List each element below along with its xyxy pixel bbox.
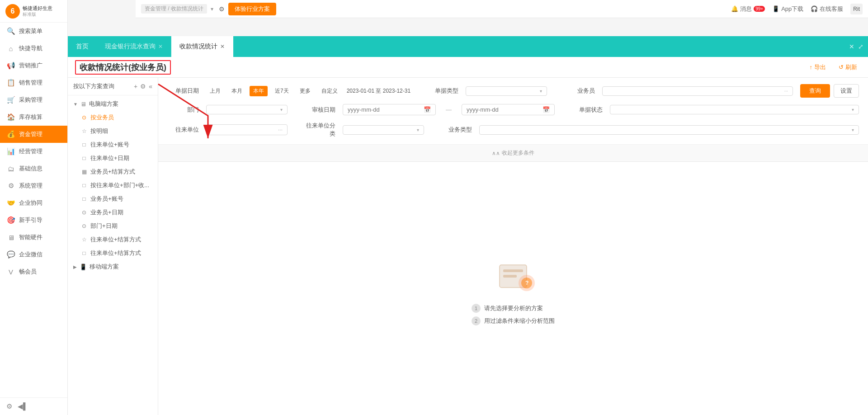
sidebar-item-wechat[interactable]: 💬 企业微信 xyxy=(0,246,67,263)
sidebar-item-operations[interactable]: 📊 经营管理 xyxy=(0,143,67,160)
date-tab-this-year[interactable]: 本年 xyxy=(250,86,268,96)
scheme-item-unit-settle2[interactable]: □ 往来单位+结算方式 xyxy=(68,246,158,260)
salesperson-select[interactable]: ··· xyxy=(602,86,793,96)
collapse-up-icon: ∧∧ xyxy=(492,150,500,156)
salesperson-settle-icon: ▦ xyxy=(80,169,88,175)
app-download-button[interactable]: 📱 App下载 xyxy=(772,5,803,13)
scheme-list: ▼ 🖥 电脑端方案 ⊙ 按业务员 ☆ 按明细 xyxy=(68,95,158,415)
app-logo: 6 畅捷通好生意 标准版 xyxy=(0,0,67,23)
marketing-icon: 📢 xyxy=(6,61,15,70)
sp-account-icon: □ xyxy=(80,196,88,202)
tab-collection-stats-close[interactable]: ✕ xyxy=(220,43,225,50)
trial-button[interactable]: 体验行业方案 xyxy=(228,3,276,15)
hardware-icon: 🖥 xyxy=(6,234,15,241)
filter-row-3: 往来单位 ··· 往来单位分类 ▾ 业务类型 xyxy=(167,122,859,138)
scheme-group-mobile: ▶ 📱 移动端方案 xyxy=(68,260,158,274)
header-gear-icon[interactable]: ⚙ xyxy=(219,5,225,13)
scheme-collapse-button[interactable]: « xyxy=(149,83,152,90)
scheme-item-unit-dept-collect[interactable]: □ 按往来单位+部门+收... xyxy=(68,179,158,192)
sidebar-item-purchase[interactable]: 🛒 采购管理 xyxy=(0,91,67,108)
sidebar-item-system[interactable]: ⚙ 系统管理 xyxy=(0,177,67,194)
sidebar-item-search[interactable]: 🔍 搜索菜单 xyxy=(0,23,67,40)
sidebar-item-inventory[interactable]: 🏠 库存核算 xyxy=(0,108,67,126)
date-tab-7days[interactable]: 近7天 xyxy=(271,86,292,96)
scheme-item-unit-account[interactable]: □ 往来单位+账号 xyxy=(68,138,158,151)
sidebar-item-base[interactable]: 🗂 基础信息 xyxy=(0,160,67,177)
calendar-from-icon[interactable]: 📅 xyxy=(424,106,431,113)
scheme-item-salesperson-settle[interactable]: ▦ 业务员+结算方式 xyxy=(68,165,158,179)
scheme-item-by-detail[interactable]: ☆ 按明细 xyxy=(68,124,158,138)
page-title-actions: ↑ 导出 ↺ 刷新 xyxy=(806,61,861,73)
scheme-item-by-salesperson[interactable]: ⊙ 按业务员 xyxy=(68,111,158,124)
review-date-from[interactable]: 📅 xyxy=(343,104,436,115)
scheme-item-salesperson-account[interactable]: □ 业务员+账号 xyxy=(68,192,158,206)
review-date-from-input[interactable] xyxy=(348,106,424,113)
online-service-button[interactable]: 🎧 在线客服 xyxy=(811,5,843,13)
review-date-to-input[interactable] xyxy=(467,106,542,113)
review-date-to[interactable]: 📅 xyxy=(462,104,555,115)
dept-select[interactable]: ▾ xyxy=(206,105,288,114)
refresh-button[interactable]: ↺ 刷新 xyxy=(835,61,861,73)
sidebar-item-vip[interactable]: V 畅会员 xyxy=(0,263,67,280)
tab-bank-flow-close[interactable]: ✕ xyxy=(158,43,163,50)
empty-step-2: 2 用过滤条件来缩小分析范围 xyxy=(472,316,555,325)
message-bell-icon: 🔔 xyxy=(731,5,738,12)
scheme-group-mobile-header[interactable]: ▶ 📱 移动端方案 xyxy=(68,260,158,274)
scheme-group-desktop: ▼ 🖥 电脑端方案 ⊙ 按业务员 ☆ 按明细 xyxy=(68,97,158,260)
scheme-item-unit-settle1[interactable]: ☆ 往来单位+结算方式 xyxy=(68,233,158,246)
unit-more-icon[interactable]: ··· xyxy=(278,127,283,133)
collapse-bar[interactable]: ∧∧ 收起更多条件 xyxy=(158,145,868,162)
collapse-sidebar-btn[interactable]: ◀▌ xyxy=(18,402,28,410)
empty-state: ? 1 请先选择要分析的方案 2 用过滤条件来缩小分析范围 xyxy=(158,162,868,415)
scheme-group-desktop-header[interactable]: ▼ 🖥 电脑端方案 xyxy=(68,97,158,111)
mobile-icon: 📱 xyxy=(80,264,87,270)
export-button[interactable]: ↑ 导出 xyxy=(806,61,830,73)
unit-account-icon: □ xyxy=(80,141,88,148)
svg-rect-1 xyxy=(503,269,523,272)
tab-bank-flow[interactable]: 现金银行流水查询 ✕ xyxy=(97,36,171,57)
scheme-item-salesperson-date[interactable]: ⊙ 业务员+日期 xyxy=(68,206,158,219)
calendar-to-icon[interactable]: 📅 xyxy=(542,106,550,113)
doc-status-select[interactable]: ▾ xyxy=(610,105,859,114)
filter-settings-button[interactable]: 设置 xyxy=(834,84,859,98)
unit-dept-icon: □ xyxy=(80,182,88,189)
unit-category-select[interactable]: ▾ xyxy=(343,125,424,135)
doc-type-label: 单据类型 xyxy=(427,87,458,95)
date-tab-more[interactable]: 更多 xyxy=(296,86,314,96)
biz-type-select[interactable]: ▾ xyxy=(479,125,859,135)
date-tab-custom[interactable]: 自定义 xyxy=(318,86,341,96)
window-close-icon[interactable]: ✕ xyxy=(849,43,854,50)
date-tab-last-month[interactable]: 上月 xyxy=(206,86,224,96)
date-range-display: 2023-01-01 至 2023-12-31 xyxy=(347,87,410,95)
scheme-item-unit-date[interactable]: □ 往来单位+日期 xyxy=(68,151,158,165)
sidebar-item-quicknav[interactable]: ⌂ 快捷导航 xyxy=(0,40,67,57)
query-buttons: 查询 设置 xyxy=(800,84,859,98)
sidebar-item-finance[interactable]: 💰 资金管理 xyxy=(0,126,67,143)
refresh-icon: ↺ xyxy=(839,64,844,71)
doc-type-select[interactable]: ▾ xyxy=(466,86,547,96)
page-title: 收款情况统计(按业务员) xyxy=(75,60,171,75)
doc-status-label: 单据状态 xyxy=(571,106,603,114)
query-button[interactable]: 查询 xyxy=(800,84,830,98)
sidebar-item-sales[interactable]: 📋 销售管理 xyxy=(0,74,67,91)
chevron-right-icon: ▶ xyxy=(73,264,77,269)
scheme-item-dept-date[interactable]: ⊙ 部门+日期 xyxy=(68,219,158,233)
unit-select[interactable]: ··· xyxy=(206,124,288,135)
dept-dropdown-icon: ▾ xyxy=(280,107,283,112)
scheme-settings-button[interactable]: ⚙ xyxy=(140,83,146,90)
user-avatar[interactable]: Rit xyxy=(850,4,863,14)
operations-icon: 📊 xyxy=(6,147,15,156)
window-maximize-icon[interactable]: ⤢ xyxy=(858,43,863,50)
message-button[interactable]: 🔔 消息 99+ xyxy=(731,5,765,13)
breadcrumb-area: 资金管理 / 收款情况统计 ▾ ⚙ 体验行业方案 xyxy=(141,3,731,15)
tab-collection-stats[interactable]: 收款情况统计 ✕ xyxy=(171,36,233,57)
date-tab-this-month[interactable]: 本月 xyxy=(228,86,246,96)
sidebar-item-hardware[interactable]: 🖥 智能硬件 xyxy=(0,229,67,246)
sidebar-item-enterprise[interactable]: 🤝 企业协同 xyxy=(0,194,67,212)
step-num-1: 1 xyxy=(472,304,481,313)
settings-footer-btn[interactable]: ⚙ xyxy=(6,402,12,410)
tab-home[interactable]: 首页 xyxy=(68,36,97,57)
scheme-add-button[interactable]: + xyxy=(134,83,137,90)
sidebar-item-marketing[interactable]: 📢 营销推广 xyxy=(0,57,67,74)
sidebar-item-guide[interactable]: 🎯 新手引导 xyxy=(0,212,67,229)
